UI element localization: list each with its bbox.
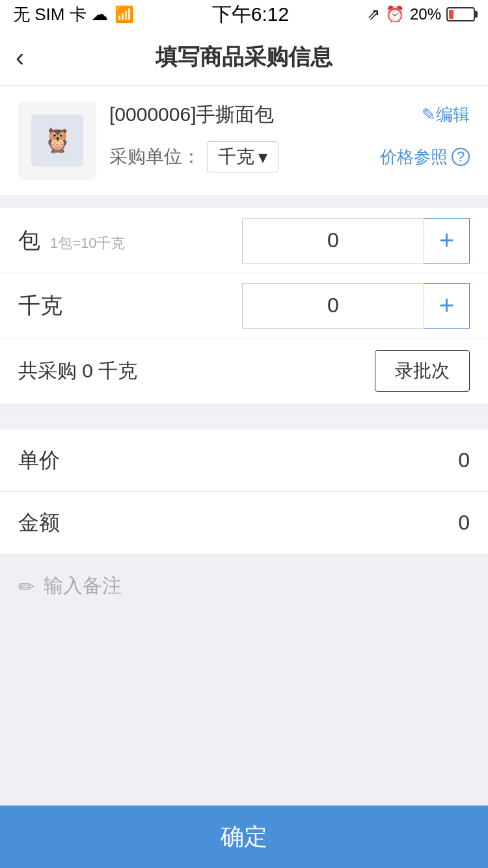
status-right: ⇗ ⏰ 20%: [367, 5, 475, 23]
kg-input-row: 千克 +: [0, 273, 488, 338]
dropdown-arrow-icon: ▾: [258, 146, 267, 168]
battery-icon: [446, 7, 475, 21]
total-amount-value: 0: [82, 360, 93, 381]
amount-label: 金额: [18, 509, 60, 537]
product-info: [0000006]手撕面包 ✎编辑 采购单位： 千克 ▾ 价格参照 ?: [109, 102, 470, 172]
price-ref-label: 价格参照: [380, 146, 448, 169]
kg-quantity-input[interactable]: [242, 283, 424, 329]
unit-price-value: 0: [458, 448, 470, 472]
pencil-icon: ✏: [18, 575, 34, 598]
status-bar: 无 SIM 卡 ☁ 📶 下午6:12 ⇗ ⏰ 20%: [0, 0, 488, 29]
bag-label: 包: [18, 228, 40, 252]
input-section: 包 1包=10千克 + 千克 + 共采购 0 千克 录批次: [0, 208, 488, 403]
unit-price-label: 单价: [18, 446, 60, 475]
batch-button[interactable]: 录批次: [375, 350, 470, 392]
note-placeholder: 输入备注: [44, 573, 122, 599]
sim-label: 无 SIM 卡 ☁: [13, 3, 108, 26]
product-image-inner: 🦉: [31, 115, 83, 167]
edit-button[interactable]: ✎编辑: [422, 103, 470, 126]
product-logo-icon: 🦉: [43, 127, 72, 154]
product-card: 🦉 [0000006]手撕面包 ✎编辑 采购单位： 千克 ▾ 价格参照 ?: [0, 86, 488, 195]
bag-input-row: 包 1包=10千克 +: [0, 208, 488, 273]
section-divider-1: [0, 195, 488, 208]
kg-plus-button[interactable]: +: [424, 283, 470, 329]
kg-label: 千克: [18, 293, 62, 318]
product-id: [0000006]: [109, 103, 196, 125]
status-time: 下午6:12: [212, 1, 289, 28]
total-row: 共采购 0 千克 录批次: [0, 338, 488, 403]
battery-percentage: 20%: [410, 5, 441, 23]
kg-label-group: 千克: [18, 291, 96, 321]
total-text: 共采购 0 千克: [18, 358, 137, 385]
nav-bar: ‹ 填写商品采购信息: [0, 29, 488, 86]
confirm-button-label: 确定: [221, 821, 267, 853]
confirm-bar[interactable]: 确定: [0, 806, 488, 868]
unit-row: 采购单位： 千克 ▾ 价格参照 ?: [109, 141, 470, 172]
unit-price-row: 单价 0: [0, 429, 488, 492]
product-name: [0000006]手撕面包: [109, 102, 274, 128]
location-icon: ⇗: [367, 5, 380, 23]
product-image: 🦉: [18, 102, 96, 180]
price-ref-button[interactable]: 价格参照 ?: [380, 146, 470, 169]
wifi-icon: 📶: [115, 5, 134, 23]
bag-sublabel: 1包=10千克: [50, 235, 126, 251]
unit-value: 千克: [218, 144, 254, 169]
status-left: 无 SIM 卡 ☁ 📶: [13, 3, 134, 26]
unit-select[interactable]: 千克 ▾: [207, 141, 278, 172]
note-section[interactable]: ✏ 输入备注: [0, 554, 488, 815]
page-title: 填写商品采购信息: [156, 42, 332, 72]
unit-label: 采购单位：: [109, 144, 200, 169]
product-title: 手撕面包: [196, 103, 274, 125]
kg-input-right: +: [96, 283, 470, 329]
total-label: 共采购: [18, 360, 77, 381]
bag-label-group: 包 1包=10千克: [18, 226, 125, 256]
price-ref-help-icon: ?: [452, 148, 470, 166]
bag-plus-button[interactable]: +: [424, 218, 470, 264]
back-button[interactable]: ‹: [16, 44, 24, 70]
bag-quantity-input[interactable]: [242, 218, 424, 264]
alarm-icon: ⏰: [385, 5, 405, 23]
amount-value: 0: [458, 511, 470, 535]
bag-input-right: +: [125, 218, 470, 264]
price-section: 单价 0 金额 0: [0, 429, 488, 554]
product-name-row: [0000006]手撕面包 ✎编辑: [109, 102, 470, 128]
amount-row: 金额 0: [0, 492, 488, 554]
section-divider-2: [0, 403, 488, 416]
total-unit-value: 千克: [98, 360, 137, 381]
